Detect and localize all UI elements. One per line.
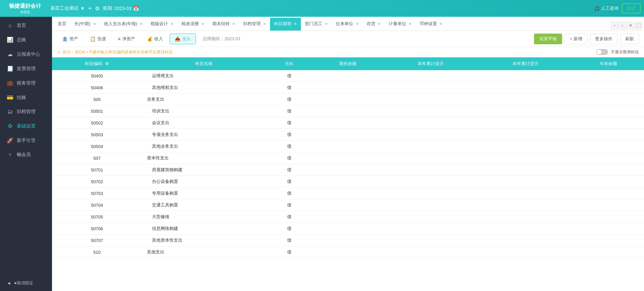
add-button[interactable]: + 新增 xyxy=(565,34,587,44)
tab-period-end[interactable]: 期末结转 ✕ xyxy=(208,18,239,31)
tab-inventory-close[interactable]: ✕ xyxy=(378,22,381,26)
table-row[interactable]: 510其他支出借 xyxy=(52,246,644,258)
cell-year-opening xyxy=(573,129,644,141)
tab-subject-label: 科目期初 xyxy=(274,21,291,27)
cell-name: 信息网络购建 xyxy=(142,223,266,235)
table-row[interactable]: 505业务支出借 xyxy=(52,94,644,105)
tab-template-close[interactable]: ✕ xyxy=(170,22,173,26)
tab-department[interactable]: 部门员工 ✕ xyxy=(301,18,332,31)
table-row[interactable]: 50707其他资本性支出借 xyxy=(52,235,644,246)
sidebar-item-cloud-reports[interactable]: ☁ 云报表中心 xyxy=(0,47,52,61)
tab-scroll-right[interactable]: › xyxy=(619,22,626,29)
tab-annual-report[interactable]: 收入支出表(年报) ✕ xyxy=(100,18,147,31)
subtab-income[interactable]: 💰 收入 xyxy=(142,34,168,44)
tab-template-design[interactable]: 模版设计 ✕ xyxy=(147,18,177,31)
table-row[interactable]: 507资本性支出借 xyxy=(52,152,644,164)
calendar-icon[interactable]: 📅 xyxy=(133,6,139,11)
table-container: 科目编码 ⚙ 科目名称 方向 期初余额 本年累计借方 本年累计贷方 年初余额 5… xyxy=(52,57,644,291)
sidebar-item-archive[interactable]: 🗂 归档管理 xyxy=(0,105,52,119)
table-row[interactable]: 50705大型修缮借 xyxy=(52,211,644,223)
account-button[interactable]: 会计 xyxy=(622,3,641,13)
tab-dept-label: 部门员工 xyxy=(305,21,322,27)
table-row[interactable]: 50406其他维权支出借 xyxy=(52,82,644,94)
sidebar-label-ledger: 总账 xyxy=(17,37,26,43)
cell-ytd-debit xyxy=(383,176,478,188)
cell-name: 大型修缮 xyxy=(142,211,266,223)
assets-icon: 🏦 xyxy=(62,36,68,42)
toggle-switch-control[interactable] xyxy=(596,49,608,55)
col-settings-icon[interactable]: ⚙ xyxy=(105,61,109,66)
period-info: 账期 2023-03 📅 xyxy=(103,5,139,11)
cell-name: 房屋建筑物购建 xyxy=(142,164,266,176)
sidebar-item-home[interactable]: ⌂ 首页 xyxy=(0,18,52,33)
sidebar-item-ledger[interactable]: 📊 总账 xyxy=(0,33,52,47)
table-row[interactable]: 50502会议支出借 xyxy=(52,117,644,129)
tab-period-end-close[interactable]: ✕ xyxy=(232,22,235,26)
tab-subject-initial[interactable]: 科目期初 ✕ xyxy=(270,18,301,31)
ai-consult-button[interactable]: 🎧 人工咨询 xyxy=(594,5,619,11)
cell-ytd-debit xyxy=(383,235,478,246)
sidebar-item-guide[interactable]: 🚀 新手引导 xyxy=(0,133,52,148)
tab-medium-term-close[interactable]: ✕ xyxy=(93,22,96,26)
sidebar-item-settings[interactable]: ⚙ 基础设置 xyxy=(0,119,52,133)
cell-ytd-credit xyxy=(478,117,573,129)
sidebar-item-checkout[interactable]: 💳 结账 xyxy=(0,90,52,105)
tab-close-all[interactable]: ✕ xyxy=(627,22,634,29)
tab-annual-close[interactable]: ✕ xyxy=(140,22,143,26)
table-row[interactable]: 50405运维维支出借 xyxy=(52,70,644,82)
tab-expand[interactable]: ⛶ xyxy=(635,22,642,29)
table-row[interactable]: 50503专项业务支出借 xyxy=(52,129,644,141)
subtab-assets[interactable]: 🏦 资产 xyxy=(57,34,83,44)
table-row[interactable]: 50706信息网络购建借 xyxy=(52,223,644,235)
table-row[interactable]: 50703专用设备购置借 xyxy=(52,188,644,199)
refresh-button[interactable]: 刷新 xyxy=(620,34,639,44)
company-selector[interactable]: 基层工会测试 ▼ xyxy=(50,5,85,11)
tab-archive-close[interactable]: ✕ xyxy=(263,22,266,26)
cell-code: 50704 xyxy=(52,199,142,211)
cell-year-opening xyxy=(573,235,644,246)
tab-measure-close[interactable]: ✕ xyxy=(409,22,412,26)
table-row[interactable]: 50504其他业务支出借 xyxy=(52,141,644,152)
toggle-disabled-subjects[interactable]: 不显示禁用科目 xyxy=(596,49,639,55)
tab-tax-close[interactable]: ✕ xyxy=(201,22,204,26)
tab-scroll-left[interactable]: ‹ xyxy=(611,22,618,29)
logo-subtitle: 旗舰版 xyxy=(20,10,30,14)
table-row[interactable]: 50702办公设备购置借 xyxy=(52,176,644,188)
cell-ytd-credit xyxy=(478,129,573,141)
tab-subject-close[interactable]: ✕ xyxy=(294,22,297,26)
cell-ytd-credit xyxy=(478,199,573,211)
tab-currency[interactable]: 币种设置 ✕ xyxy=(416,18,446,31)
cell-code: 50701 xyxy=(52,164,142,176)
tab-medium-term[interactable]: 长(中期) ✕ xyxy=(70,18,100,31)
sidebar-item-invoice[interactable]: 🧾 发票管理 xyxy=(0,61,52,76)
balance-button[interactable]: 试算平衡 xyxy=(534,34,562,44)
table-header-row: 科目编码 ⚙ 科目名称 方向 期初余额 本年累计借方 本年累计贷方 年初余额 xyxy=(52,57,644,70)
tab-home[interactable]: 首页 xyxy=(54,18,70,31)
subtab-net-assets[interactable]: ≡ 净资产 xyxy=(113,34,140,44)
sidebar-item-tax[interactable]: 💼 税务管理 xyxy=(0,76,52,90)
tab-dept-close[interactable]: ✕ xyxy=(325,22,328,26)
tab-tax-table[interactable]: 税表清册 ✕ xyxy=(177,18,208,31)
settings-icon[interactable]: ⚙ xyxy=(95,5,100,12)
cell-opening-balance xyxy=(312,176,383,188)
tab-partners-close[interactable]: ✕ xyxy=(356,22,359,26)
sidebar-collapse-button[interactable]: ◄ ◄取消固定 xyxy=(0,275,52,291)
tab-currency-close[interactable]: ✕ xyxy=(439,22,442,26)
table-row[interactable]: 50701房屋建筑物购建借 xyxy=(52,164,644,176)
subtab-expenditure[interactable]: 📤 支出 xyxy=(170,34,196,44)
top-header: 畅捷通好会计 旗舰版 基层工会测试 ▼ + ⚙ 账期 2023-03 📅 🎧 人… xyxy=(0,0,644,17)
cell-direction: 借 xyxy=(266,82,313,94)
cell-year-opening xyxy=(573,211,644,223)
add-company-icon[interactable]: + xyxy=(88,5,92,12)
tab-measure-unit[interactable]: 计量单位 ✕ xyxy=(385,18,416,31)
subtab-net-assets-label: 净资产 xyxy=(122,36,135,42)
tab-archive-mgmt[interactable]: 归档管理 ✕ xyxy=(239,18,270,31)
table-row[interactable]: 50501培训支出借 xyxy=(52,105,644,117)
table-row[interactable]: 50704交通工具购置借 xyxy=(52,199,644,211)
period-display: 启用期间：2023.03 xyxy=(203,36,240,42)
subtab-liabilities[interactable]: 📋 负债 xyxy=(85,34,111,44)
tab-inventory[interactable]: 存货 ✕ xyxy=(363,18,385,31)
more-actions-button[interactable]: 更多操作 xyxy=(590,34,618,44)
sidebar-item-member[interactable]: V 畅会员 xyxy=(0,148,52,162)
tab-partners[interactable]: 往来单位 ✕ xyxy=(332,18,363,31)
